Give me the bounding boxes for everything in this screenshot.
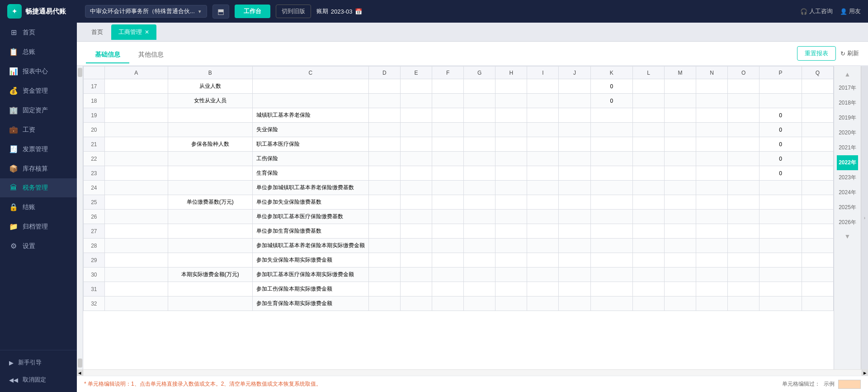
cell-k-22[interactable] [590, 152, 632, 166]
cell-h-24[interactable] [495, 181, 527, 195]
sidebar-item-close[interactable]: 🔒 结账 [0, 197, 77, 217]
cell-h-26[interactable] [495, 210, 527, 224]
cell-k-24[interactable] [590, 181, 632, 195]
cell-g-25[interactable] [464, 195, 495, 210]
cell-f-17[interactable] [432, 79, 464, 94]
cell-e-18[interactable] [400, 94, 432, 108]
cell-i-21[interactable] [527, 137, 559, 152]
cell-h-21[interactable] [495, 137, 527, 152]
cell-b-30[interactable]: 本期实际缴费金额(万元) [168, 268, 252, 282]
cell-q-21[interactable] [802, 137, 833, 152]
cell-a-20[interactable] [104, 123, 168, 137]
cell-m-26[interactable] [665, 210, 696, 224]
year-item[interactable]: 2017年 [837, 81, 858, 96]
cell-p-21[interactable]: 0 [760, 137, 802, 152]
cell-b-23[interactable] [168, 166, 252, 181]
sidebar-item-archive[interactable]: 📁 归档管理 [0, 217, 77, 236]
cell-a-21[interactable] [104, 137, 168, 152]
year-nav-down[interactable]: ▼ [834, 230, 861, 243]
cell-d-26[interactable] [368, 210, 400, 224]
cell-i-18[interactable] [527, 94, 559, 108]
cell-e-20[interactable] [400, 123, 432, 137]
cell-b-21[interactable]: 参保各险种人数 [168, 137, 252, 152]
reset-report-button[interactable]: 重置报表 [797, 46, 836, 61]
workbench-button[interactable]: 工作台 [235, 5, 270, 18]
cell-h-25[interactable] [495, 195, 527, 210]
cell-j-28[interactable] [559, 239, 590, 253]
cell-h-27[interactable] [495, 224, 527, 239]
cell-e-19[interactable] [400, 108, 432, 123]
cell-g-31[interactable] [464, 282, 495, 296]
cell-b-24[interactable] [168, 181, 252, 195]
cell-q-30[interactable] [802, 268, 833, 282]
cell-g-26[interactable] [464, 210, 495, 224]
cell-k-31[interactable] [590, 282, 632, 296]
cell-e-30[interactable] [400, 268, 432, 282]
cell-q-17[interactable] [802, 79, 833, 94]
cell-p-29[interactable] [760, 253, 802, 268]
cell-q-19[interactable] [802, 108, 833, 123]
cell-f-24[interactable] [432, 181, 464, 195]
cell-k-18[interactable]: 0 [590, 94, 632, 108]
cell-i-26[interactable] [527, 210, 559, 224]
cell-a-26[interactable] [104, 210, 168, 224]
scroll-down-arrow[interactable] [78, 359, 82, 368]
cell-b-26[interactable] [168, 210, 252, 224]
cell-m-32[interactable] [665, 296, 696, 311]
cell-m-28[interactable] [665, 239, 696, 253]
cell-l-19[interactable] [632, 108, 664, 123]
cell-d-21[interactable] [368, 137, 400, 152]
old-version-button[interactable]: 切到旧版 [276, 5, 311, 18]
cell-i-29[interactable] [527, 253, 559, 268]
cell-d-25[interactable] [368, 195, 400, 210]
cell-d-28[interactable] [368, 239, 400, 253]
sub-tab-other[interactable]: 其他信息 [129, 47, 173, 63]
cell-n-22[interactable] [696, 152, 728, 166]
year-item[interactable]: 2025年 [837, 200, 858, 215]
cell-i-27[interactable] [527, 224, 559, 239]
cell-j-32[interactable] [559, 296, 590, 311]
cell-j-24[interactable] [559, 181, 590, 195]
cell-f-21[interactable] [432, 137, 464, 152]
year-item[interactable]: 2026年 [837, 215, 858, 230]
cell-g-21[interactable] [464, 137, 495, 152]
cell-n-29[interactable] [696, 253, 728, 268]
cell-o-24[interactable] [728, 181, 760, 195]
cell-j-25[interactable] [559, 195, 590, 210]
cell-k-27[interactable] [590, 224, 632, 239]
cell-d-24[interactable] [368, 181, 400, 195]
cell-o-23[interactable] [728, 166, 760, 181]
cell-j-20[interactable] [559, 123, 590, 137]
cell-g-24[interactable] [464, 181, 495, 195]
cell-o-17[interactable] [728, 79, 760, 94]
cell-l-32[interactable] [632, 296, 664, 311]
cell-h-23[interactable] [495, 166, 527, 181]
cell-o-31[interactable] [728, 282, 760, 296]
cell-d-31[interactable] [368, 282, 400, 296]
cell-q-22[interactable] [802, 152, 833, 166]
cell-i-20[interactable] [527, 123, 559, 137]
cell-f-30[interactable] [432, 268, 464, 282]
cell-i-25[interactable] [527, 195, 559, 210]
cell-e-31[interactable] [400, 282, 432, 296]
cell-c-23[interactable]: 生育保险 [252, 166, 368, 181]
cell-m-19[interactable] [665, 108, 696, 123]
cell-i-22[interactable] [527, 152, 559, 166]
cell-q-20[interactable] [802, 123, 833, 137]
cell-p-20[interactable]: 0 [760, 123, 802, 137]
cell-c-17[interactable] [252, 79, 368, 94]
cell-m-31[interactable] [665, 282, 696, 296]
cell-g-17[interactable] [464, 79, 495, 94]
sidebar-item-fund[interactable]: 💰 资金管理 [0, 81, 77, 100]
cell-b-29[interactable] [168, 253, 252, 268]
sidebar-item-guide[interactable]: ▶ 新手引导 [0, 354, 77, 371]
year-item[interactable]: 2024年 [837, 185, 858, 200]
cell-d-22[interactable] [368, 152, 400, 166]
year-item[interactable]: 2019年 [837, 110, 858, 125]
cell-j-23[interactable] [559, 166, 590, 181]
cell-d-18[interactable] [368, 94, 400, 108]
cell-e-26[interactable] [400, 210, 432, 224]
cell-c-19[interactable]: 城镇职工基本养老保险 [252, 108, 368, 123]
cell-j-19[interactable] [559, 108, 590, 123]
cell-k-19[interactable] [590, 108, 632, 123]
